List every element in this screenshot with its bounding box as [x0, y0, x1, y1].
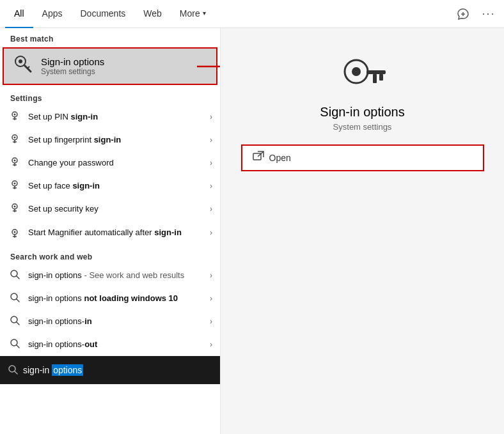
svg-line-41 [15, 371, 17, 374]
svg-line-33 [17, 276, 19, 279]
tab-documents[interactable]: Documents [71, 0, 134, 28]
main-content: Best match Sign-in options System settin… [0, 28, 504, 434]
tab-web[interactable]: Web [134, 0, 171, 28]
magnifier-item[interactable]: Start Magnifier automatically after sign… [0, 221, 220, 246]
setup-pin-item[interactable]: Set up PIN sign-in › [0, 105, 220, 128]
right-panel: Sign-in options System settings Open [221, 28, 504, 434]
search-text[interactable]: sign-in options [23, 365, 83, 375]
app-icon-large [337, 54, 388, 105]
chevron-icon-2: › [210, 136, 212, 144]
svg-rect-44 [366, 70, 386, 74]
setup-face-text: Set up face sign-in [28, 180, 203, 192]
search-highlight: options [52, 364, 83, 376]
svg-line-39 [17, 345, 19, 348]
security-key-icon [8, 203, 22, 215]
setup-security-key-text: Set up security key [28, 203, 203, 215]
svg-point-9 [14, 114, 16, 116]
magnifier-icon [8, 227, 22, 241]
signin-options-icon [12, 54, 35, 79]
svg-line-5 [28, 66, 29, 68]
svg-point-29 [14, 231, 16, 233]
web-result-1[interactable]: sign-in options - See work and web resul… [0, 264, 220, 287]
search-window: All Apps Documents Web More ▾ ··· Be [0, 0, 504, 434]
chevron-icon-3: › [210, 159, 212, 167]
open-icon [253, 151, 264, 165]
svg-point-25 [14, 206, 16, 208]
setup-face-item[interactable]: Set up face sign-in › [0, 174, 220, 198]
web-search-icon-1 [8, 269, 22, 282]
svg-line-37 [17, 322, 19, 325]
web-result-1-text: sign-in options - See work and web resul… [28, 270, 203, 281]
svg-line-35 [17, 299, 19, 302]
chevron-icon: › [210, 112, 212, 121]
password-icon [8, 157, 22, 169]
best-match-header: Best match [0, 28, 220, 46]
pin-icon [8, 111, 22, 123]
web-search-icon-4 [8, 338, 22, 351]
web-search-icon-3 [8, 315, 22, 328]
svg-point-3 [19, 59, 22, 63]
open-button[interactable]: Open [241, 144, 484, 171]
change-password-item[interactable]: Change your password › [0, 151, 220, 174]
chevron-down-icon: ▾ [203, 10, 206, 17]
setup-pin-text: Set up PIN sign-in [28, 111, 203, 123]
fingerprint-icon [8, 134, 22, 146]
best-match-title: Sign-in options [41, 56, 104, 67]
red-arrow-annotation [197, 59, 221, 74]
web-result-4[interactable]: sign-in options-out › [0, 333, 220, 356]
tabs-bar: All Apps Documents Web More ▾ ··· [0, 0, 504, 28]
change-password-text: Change your password [28, 157, 203, 169]
search-bar-icon [8, 364, 18, 376]
tab-apps[interactable]: Apps [33, 0, 72, 28]
magnifier-text: Start Magnifier automatically after sign… [28, 227, 203, 238]
web-result-3[interactable]: sign-in options-in › [0, 310, 220, 333]
web-result-4-text: sign-in options-out [28, 339, 203, 350]
left-panel: Best match Sign-in options System settin… [0, 28, 221, 434]
settings-header: Settings [0, 88, 220, 105]
svg-point-43 [352, 67, 361, 76]
web-result-2-text: sign-in options not loading windows 10 [28, 293, 203, 304]
setup-fingerprint-item[interactable]: Set up fingerprint sign-in › [0, 128, 220, 151]
app-title: Sign-in options [320, 105, 404, 120]
chevron-icon-8: › [210, 294, 212, 303]
best-match-item[interactable]: Sign-in options System settings [3, 47, 217, 85]
more-options-icon[interactable]: ··· [478, 4, 499, 24]
search-web-header: Search work and web [0, 246, 220, 264]
search-bar: sign-in options [0, 356, 220, 384]
svg-rect-46 [373, 74, 377, 83]
tab-more[interactable]: More ▾ [171, 0, 215, 28]
web-search-icon-2 [8, 292, 22, 305]
svg-point-17 [14, 160, 16, 162]
web-result-3-text: sign-in options-in [28, 316, 203, 327]
chevron-icon-5: › [210, 205, 212, 213]
face-icon [8, 180, 22, 192]
tab-all[interactable]: All [5, 0, 33, 28]
setup-security-key-item[interactable]: Set up security key › [0, 198, 220, 221]
tab-actions: ··· [453, 4, 499, 24]
feedback-icon[interactable] [453, 4, 473, 24]
svg-point-13 [14, 137, 16, 139]
chevron-icon-7: › [210, 271, 212, 280]
best-match-text: Sign-in options System settings [41, 56, 104, 76]
setup-fingerprint-text: Set up fingerprint sign-in [28, 134, 203, 146]
svg-point-21 [14, 183, 16, 185]
chevron-icon-9: › [210, 317, 212, 326]
web-result-2[interactable]: sign-in options not loading windows 10 › [0, 287, 220, 310]
app-subtitle: System settings [333, 122, 392, 132]
open-label: Open [269, 153, 291, 163]
chevron-icon-10: › [210, 340, 212, 349]
best-match-subtitle: System settings [41, 67, 104, 76]
chevron-icon-6: › [210, 227, 212, 237]
svg-rect-45 [379, 74, 383, 81]
chevron-icon-4: › [210, 182, 212, 190]
